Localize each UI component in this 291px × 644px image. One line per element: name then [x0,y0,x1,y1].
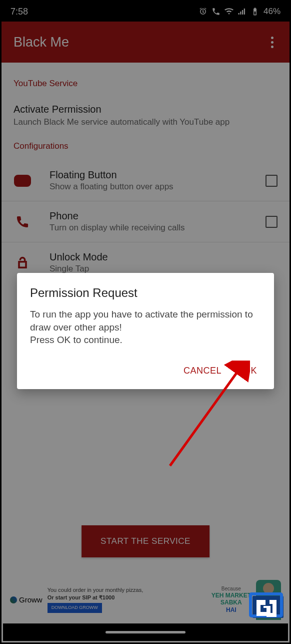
cancel-button[interactable]: CANCEL [182,362,224,380]
dialog-message: To run the app you have to activate the … [30,308,261,347]
dialog-title: Permission Request [30,286,261,300]
permission-dialog: Permission Request To run the app you ha… [17,273,274,389]
ok-button[interactable]: OK [242,362,259,380]
svg-text:GADGETS TO USE: GADGETS TO USE [283,594,286,617]
watermark-logo: GADGETS TO USE [246,587,290,623]
